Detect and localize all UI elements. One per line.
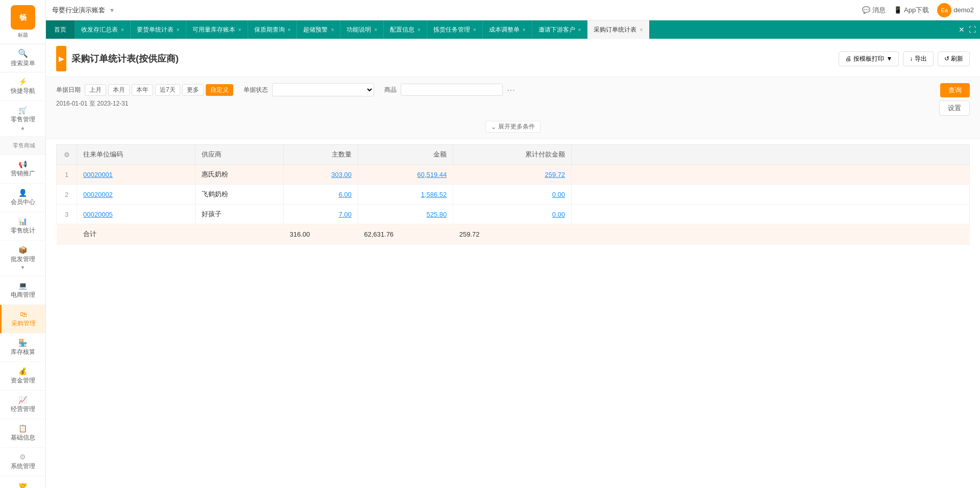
sidebar-item-inventory[interactable]: 🏪 库存核算 [0, 333, 45, 362]
close-tab-config-info[interactable]: × [418, 27, 421, 33]
close-tab-invite-downstream[interactable]: × [578, 27, 581, 33]
industry-arrow[interactable]: ▼ [109, 7, 115, 13]
tab-cost-adjust[interactable]: 成本调整单 × [483, 20, 532, 39]
filter-date: 单据日期 上月 本月 本年 近7天 更多 自定义 [56, 84, 233, 96]
date-range-display: 2016-01-01 至 2023-12-31 [56, 99, 929, 108]
close-tab-cost-adjust[interactable]: × [523, 27, 526, 33]
search-button[interactable]: 查询 [940, 83, 970, 97]
close-tab-function-desc[interactable]: × [374, 27, 377, 33]
expand-more-btn[interactable]: ⌄ 展开更多条件 [485, 121, 541, 133]
row2-paid-link[interactable]: 0.00 [552, 191, 565, 198]
row1-extra [572, 165, 970, 185]
row3-code: 00020005 [77, 204, 195, 224]
user-info[interactable]: Ea demo2 [937, 3, 974, 17]
tab-home[interactable]: 首页 [46, 20, 75, 39]
filter-status: 单据状态 [243, 83, 374, 96]
row2-amount-link[interactable]: 1,586.52 [421, 191, 447, 198]
row1-paid-link[interactable]: 259.72 [545, 171, 565, 178]
sidebar-item-operations[interactable]: 📈 经营管理 [0, 391, 45, 419]
goods-more-icon[interactable]: ⋯ [507, 85, 515, 95]
topbar: 母婴行业演示账套 ▼ 💬 消息 📱 App下载 Ea demo2 [46, 0, 980, 20]
date-btn-this-month[interactable]: 本月 [108, 84, 130, 96]
export-button[interactable]: ↓ 导出 [903, 52, 933, 66]
close-tab-picking-task[interactable]: × [473, 27, 476, 33]
sidebar-item-system[interactable]: ⚙ 系统管理 [0, 448, 45, 476]
row1-code-link[interactable]: 00020001 [83, 171, 113, 178]
close-tab-receive-summary[interactable]: × [121, 27, 124, 33]
tab-order-summary[interactable]: 要货单统计表 × [131, 20, 186, 39]
sidebar-item-base-info[interactable]: 📋 基础信息 [0, 419, 45, 448]
row2-qty: 6.00 [284, 185, 358, 204]
refresh-button[interactable]: ↺ 刷新 [938, 52, 970, 66]
collapse-filter-btn[interactable]: ▶ [56, 46, 66, 71]
row2-paid: 0.00 [453, 185, 572, 204]
sidebar-item-purchase[interactable]: 🛍 采购管理 [0, 305, 45, 333]
row1-paid: 259.72 [453, 165, 572, 185]
sidebar-item-retail-shop[interactable]: 零售商城 [0, 137, 45, 155]
table-row: 2 00020002 飞鹤奶粉 6.00 1,586.52 0.00 [57, 185, 970, 204]
row3-amount-link[interactable]: 525.80 [426, 211, 447, 218]
sidebar-item-wholesale[interactable]: 📦 批发管理 ▼ [0, 241, 45, 276]
row1-amount-link[interactable]: 60,519.44 [417, 171, 447, 178]
sidebar-item-enterprise[interactable]: 🤝 企业协同 [0, 476, 45, 488]
row2-code-link[interactable]: 00020002 [83, 191, 113, 198]
filter-action-btns: 查询 设置 [939, 83, 970, 116]
sidebar-item-member[interactable]: 👤 会员中心 [0, 184, 45, 212]
tab-inventory-ledger[interactable]: 可用量库存账本 × [186, 20, 248, 39]
date-preset-btns: 上月 本月 本年 近7天 更多 自定义 [85, 84, 233, 96]
tab-purchase-summary[interactable]: 采购订单统计表 × [587, 20, 649, 39]
date-btn-more[interactable]: 更多 [182, 84, 204, 96]
message-btn[interactable]: 💬 消息 [862, 6, 886, 15]
close-tab-purchase-summary[interactable]: × [640, 27, 643, 33]
row3-amount: 525.80 [358, 204, 453, 224]
sidebar-item-retail-stats[interactable]: 📊 零售统计 [0, 212, 45, 241]
topbar-right: 💬 消息 📱 App下载 Ea demo2 [862, 3, 974, 17]
expand-tab-icon[interactable]: ⛶ [969, 25, 976, 34]
close-tab-overstock-warning[interactable]: × [331, 27, 334, 33]
sidebar-item-ecommerce[interactable]: 💻 电商管理 [0, 276, 45, 305]
tab-receive-summary[interactable]: 收发存汇总表 × [75, 20, 131, 39]
col-code: 往来单位编码 [77, 145, 195, 165]
col-settings[interactable]: ⚙ [57, 145, 77, 165]
goods-input[interactable] [401, 84, 503, 96]
tab-picking-task[interactable]: 拣货任务管理 × [427, 20, 483, 39]
footer-empty1 [57, 224, 77, 244]
row1-qty: 303.00 [284, 165, 358, 185]
row3-code-link[interactable]: 00020005 [83, 211, 113, 218]
date-btn-last-month[interactable]: 上月 [85, 84, 106, 96]
print-button[interactable]: 🖨 按模板打印 ▼ [839, 52, 899, 66]
status-select[interactable] [272, 83, 374, 96]
tab-config-info[interactable]: 配置信息 × [384, 20, 427, 39]
avatar: Ea [937, 3, 951, 17]
retail-arrow: ▲ [20, 125, 26, 131]
date-btn-7days[interactable]: 近7天 [155, 84, 180, 96]
sidebar-item-search[interactable]: 🔍 搜索菜单 [0, 44, 45, 72]
table-row: 3 00020005 好孩子 7.00 525.80 0.00 [57, 204, 970, 224]
table-container: ⚙ 往来单位编码 供应商 主数量 金额 累计付款金额 1 00020001 [46, 144, 980, 254]
row1-qty-link[interactable]: 303.00 [331, 171, 352, 178]
date-btn-custom[interactable]: 自定义 [206, 84, 233, 96]
tab-function-desc[interactable]: 功能说明 × [340, 20, 384, 39]
settings-button[interactable]: 设置 [939, 100, 970, 116]
column-settings-icon[interactable]: ⚙ [64, 151, 70, 159]
sidebar-item-finance[interactable]: 💰 资金管理 [0, 362, 45, 391]
date-btn-this-year[interactable]: 本年 [132, 84, 153, 96]
row3-qty-link[interactable]: 7.00 [338, 211, 351, 218]
filter-goods: 商品 ⋯ [384, 84, 515, 96]
close-tab-inventory-ledger[interactable]: × [238, 27, 241, 33]
sidebar-item-quick-nav[interactable]: ⚡ 快捷导航 [0, 72, 45, 101]
footer-paid: 259.72 [453, 224, 572, 244]
table-header-row: ⚙ 往来单位编码 供应商 主数量 金额 累计付款金额 [57, 145, 970, 165]
close-tab-icon[interactable]: ✕ [959, 25, 965, 34]
close-tab-order-summary[interactable]: × [177, 27, 180, 33]
row1-amount: 60,519.44 [358, 165, 453, 185]
tab-shelf-life[interactable]: 保质期查询 × [248, 20, 298, 39]
sidebar-item-retail[interactable]: 🛒 零售管理 ▲ [0, 101, 45, 137]
sidebar-item-marketing[interactable]: 📢 营销推广 [0, 155, 45, 184]
app-download-btn[interactable]: 📱 App下载 [894, 6, 929, 15]
tab-invite-downstream[interactable]: 邀请下游客户 × [532, 20, 588, 39]
row2-qty-link[interactable]: 6.00 [338, 191, 351, 198]
tab-overstock-warning[interactable]: 超储预警 × [297, 20, 340, 39]
row3-paid-link[interactable]: 0.00 [552, 211, 565, 218]
close-tab-shelf-life[interactable]: × [288, 27, 291, 33]
